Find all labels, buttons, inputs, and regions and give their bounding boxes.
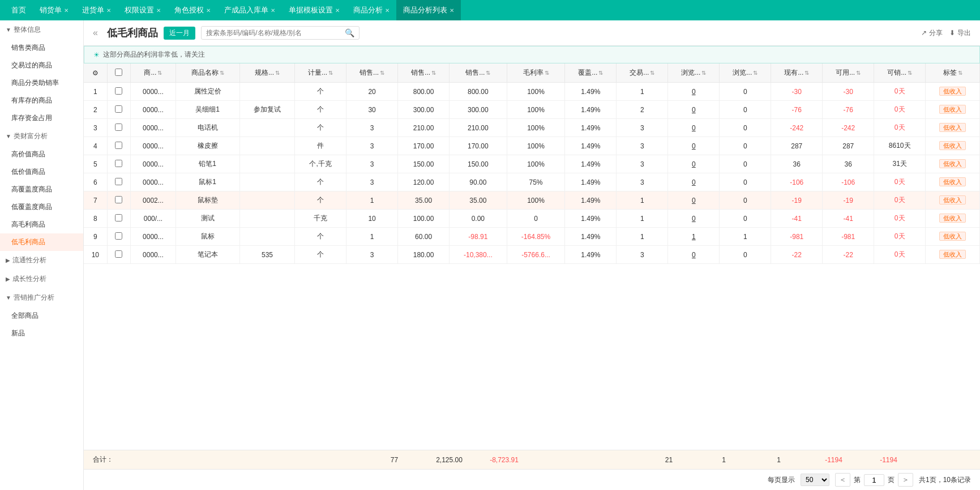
- col-stock-current[interactable]: 现有...⇅: [771, 63, 823, 83]
- row-margin-rate: 100%: [507, 119, 565, 137]
- share-button[interactable]: ↗ 分享: [921, 28, 943, 38]
- close-icon[interactable]: ✕: [156, 7, 161, 14]
- row-checkbox[interactable]: [107, 210, 130, 228]
- sidebar-group-wealth[interactable]: ▼ 类财富分析: [0, 127, 83, 146]
- search-input[interactable]: [206, 29, 345, 37]
- col-coverage[interactable]: 覆盖...⇅: [565, 63, 617, 83]
- col-sellable-days[interactable]: 可销...⇅: [874, 63, 926, 83]
- export-button[interactable]: ⬇ 导出: [949, 28, 971, 38]
- row-checkbox[interactable]: [107, 83, 130, 101]
- select-all-checkbox[interactable]: [115, 69, 122, 76]
- sidebar-group-growth[interactable]: ▶ 成长性分析: [0, 270, 83, 288]
- row-select-checkbox[interactable]: [115, 105, 122, 113]
- row-views1[interactable]: 0: [668, 101, 720, 119]
- row-select-checkbox[interactable]: [115, 87, 122, 95]
- close-icon[interactable]: ✕: [106, 7, 111, 14]
- row-views1[interactable]: 1: [668, 228, 720, 246]
- sidebar-item-high-coverage[interactable]: 高覆盖度商品: [0, 181, 83, 198]
- sidebar-item-low-margin[interactable]: 低毛利商品: [0, 233, 83, 251]
- row-select-checkbox[interactable]: [115, 196, 122, 203]
- col-checkbox[interactable]: [107, 63, 130, 83]
- sidebar-item-low-coverage[interactable]: 低覆盖度商品: [0, 198, 83, 216]
- col-views2[interactable]: 浏览...⇅: [720, 63, 771, 83]
- nav-role-auth[interactable]: 角色授权✕: [168, 0, 217, 20]
- row-select-checkbox[interactable]: [115, 160, 122, 167]
- row-views1[interactable]: 0: [668, 137, 720, 155]
- col-tag[interactable]: 标签⇅: [926, 63, 980, 83]
- sidebar-item-high-margin[interactable]: 高毛利商品: [0, 216, 83, 233]
- row-select-checkbox[interactable]: [115, 214, 122, 221]
- sidebar-item-category-sales-rate[interactable]: 商品分类助销率: [0, 74, 83, 92]
- row-unit: 个: [295, 173, 346, 191]
- row-views1[interactable]: 0: [668, 210, 720, 228]
- nav-product-analysis[interactable]: 商品分析✕: [346, 0, 396, 20]
- row-views1[interactable]: 0: [668, 173, 720, 191]
- sidebar-group-overall[interactable]: ▼ 整体信息: [0, 20, 83, 39]
- next-page-button[interactable]: ＞: [898, 473, 913, 487]
- col-name[interactable]: 商品名称⇅: [176, 63, 239, 83]
- sidebar-item-all-products[interactable]: 全部商品: [0, 307, 83, 325]
- col-sales-amount[interactable]: 销售...⇅: [450, 63, 507, 83]
- nav-permissions[interactable]: 权限设置✕: [118, 0, 168, 20]
- row-checkbox[interactable]: [107, 137, 130, 155]
- nav-sales[interactable]: 销货单✕: [33, 0, 75, 20]
- close-icon[interactable]: ✕: [450, 7, 454, 14]
- col-sales-qty[interactable]: 销售...⇅: [346, 63, 398, 83]
- nav-product-analysis-list[interactable]: 商品分析列表✕: [396, 0, 461, 20]
- sidebar-item-new-products[interactable]: 新品: [0, 325, 83, 342]
- row-checkbox[interactable]: [107, 173, 130, 191]
- col-code[interactable]: 商...⇅: [131, 63, 176, 83]
- sidebar-item-high-value[interactable]: 高价值商品: [0, 146, 83, 163]
- sidebar-group-liquidity[interactable]: ▶ 流通性分析: [0, 251, 83, 270]
- row-select-checkbox[interactable]: [115, 178, 122, 185]
- row-select-checkbox[interactable]: [115, 232, 122, 240]
- sidebar-item-low-value[interactable]: 低价值商品: [0, 163, 83, 181]
- col-transactions[interactable]: 交易...⇅: [617, 63, 668, 83]
- row-checkbox[interactable]: [107, 155, 130, 173]
- col-views1[interactable]: 浏览...⇅: [668, 63, 720, 83]
- row-views1[interactable]: 0: [668, 155, 720, 173]
- nav-home[interactable]: 首页: [5, 0, 33, 20]
- row-checkbox[interactable]: [107, 119, 130, 137]
- close-icon[interactable]: ✕: [206, 7, 211, 14]
- header-actions: ↗ 分享 ⬇ 导出: [921, 28, 971, 38]
- footer-spacer1: [147, 456, 202, 464]
- nav-purchase[interactable]: 进货单✕: [75, 0, 118, 20]
- col-stock-available[interactable]: 可用...⇅: [823, 63, 874, 83]
- row-select-checkbox[interactable]: [115, 250, 122, 258]
- row-views1[interactable]: 0: [668, 119, 720, 137]
- sidebar-item-stocked-products[interactable]: 有库存的商品: [0, 92, 83, 109]
- per-page-select[interactable]: 50 100 200: [801, 474, 829, 486]
- nav-template-settings[interactable]: 单据模板设置✕: [282, 0, 346, 20]
- sidebar-item-traded-products[interactable]: 交易过的商品: [0, 57, 83, 74]
- sidebar-item-stock-capital[interactable]: 库存资金占用: [0, 109, 83, 127]
- row-views1[interactable]: 0: [668, 246, 720, 264]
- close-icon[interactable]: ✕: [271, 7, 275, 14]
- row-checkbox[interactable]: [107, 101, 130, 119]
- row-select-checkbox[interactable]: [115, 142, 122, 149]
- row-views1[interactable]: 0: [668, 83, 720, 101]
- row-checkbox[interactable]: [107, 246, 130, 264]
- close-icon[interactable]: ✕: [385, 7, 390, 14]
- row-code: 0000...: [131, 173, 176, 191]
- date-filter-button[interactable]: 近一月: [164, 27, 195, 40]
- row-checkbox[interactable]: [107, 228, 130, 246]
- sidebar-item-sales-products[interactable]: 销售类商品: [0, 39, 83, 57]
- collapse-sidebar-button[interactable]: «: [93, 28, 98, 38]
- col-spec[interactable]: 规格...⇅: [239, 63, 294, 83]
- page-number-input[interactable]: [864, 474, 884, 486]
- sidebar-group-marketing[interactable]: ▼ 营销推广分析: [0, 288, 83, 307]
- share-icon: ↗: [921, 29, 927, 37]
- close-icon[interactable]: ✕: [64, 7, 69, 14]
- col-sales-price[interactable]: 销售...⇅: [398, 63, 450, 83]
- row-checkbox[interactable]: [107, 191, 130, 210]
- search-box: 🔍: [201, 26, 360, 40]
- prev-page-button[interactable]: ＜: [835, 473, 850, 487]
- col-settings[interactable]: ⚙: [84, 63, 107, 83]
- col-unit[interactable]: 计量...⇅: [295, 63, 346, 83]
- row-select-checkbox[interactable]: [115, 123, 122, 131]
- nav-product-entry[interactable]: 产成品入库单✕: [217, 0, 282, 20]
- col-margin-rate[interactable]: 毛利率⇅: [507, 63, 565, 83]
- close-icon[interactable]: ✕: [335, 7, 340, 14]
- row-views1[interactable]: 0: [668, 191, 720, 210]
